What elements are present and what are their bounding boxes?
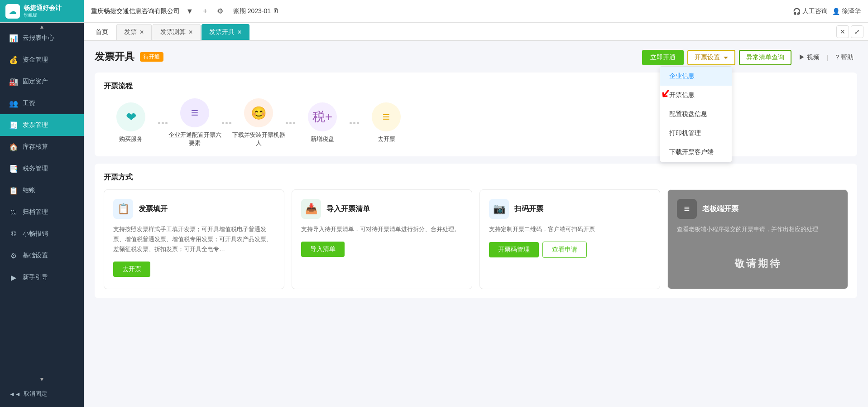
- flow-connector-1: [158, 122, 168, 124]
- flow-step-label-go-issue: 去开票: [378, 135, 395, 143]
- tab-close-invoice-test[interactable]: ✕: [188, 29, 193, 35]
- archive-mgmt-icon: 🗂: [9, 208, 18, 217]
- help-btn[interactable]: ? 帮助: [832, 51, 857, 64]
- flow-step-config-enterprise[interactable]: ≡ 企业开通配置开票六要素: [168, 98, 222, 147]
- play-icon: ▶: [799, 53, 805, 61]
- methods-section: 开票方式 📋 发票填开 支持按照发票样式手工填开发票；可开具增值税电子普通发票、…: [95, 164, 857, 298]
- close-window-btn[interactable]: ✕: [836, 25, 849, 38]
- flow-step-add-tax[interactable]: 税+ 新增税盘: [295, 102, 350, 143]
- tab-invoice-issue[interactable]: 发票开具✕: [201, 24, 249, 40]
- flow-step-icon-buy-service: ❤: [116, 102, 145, 131]
- sidebar-item-cloud-report[interactable]: 📊云报表中心: [0, 27, 84, 49]
- sidebar-item-tax-mgmt[interactable]: 📑税务管理: [0, 158, 84, 179]
- sidebar-item-fixed-assets[interactable]: 🏭固定资产: [0, 71, 84, 92]
- user-btn[interactable]: 👤 徐泽华: [832, 7, 861, 15]
- method-btn-fill-invoice[interactable]: 去开票: [113, 262, 150, 277]
- exception-btn[interactable]: 异常清单查询: [739, 50, 791, 65]
- video-btn[interactable]: ▶ 视频: [795, 51, 823, 64]
- sidebar-item-xiaochange-report[interactable]: ©小畅报销: [0, 223, 84, 245]
- dropdown-item-download-client[interactable]: 下载开票客户端: [660, 143, 732, 162]
- settings-dropdown-btn[interactable]: 开票设置: [687, 50, 735, 65]
- flow-step-download-robot[interactable]: 😊 下载并安装开票机器人: [231, 98, 286, 147]
- settings-btn[interactable]: ⚙: [215, 5, 225, 17]
- sidebar-item-payroll[interactable]: 👥工资: [0, 92, 84, 114]
- sidebar: ▲ 📊云报表中心💰资金管理🏭固定资产👥工资🧾发票管理🏠库存核算📑税务管理📋结账🗂…: [0, 23, 84, 407]
- sidebar-item-fund-mgmt[interactable]: 💰资金管理: [0, 49, 84, 71]
- tab-close-invoice-issue[interactable]: ✕: [237, 29, 242, 35]
- flow-step-label-download-robot: 下载并安装开票机器人: [231, 131, 286, 147]
- expand-window-btn[interactable]: ⤢: [851, 25, 863, 38]
- tab-invoice[interactable]: 发票✕: [116, 24, 152, 40]
- fixed-assets-icon: 🏭: [9, 77, 18, 86]
- flow-step-go-issue[interactable]: ≡ 去开票: [359, 102, 413, 143]
- dropdown-item-tax-config[interactable]: 配置税盘信息: [660, 105, 732, 124]
- method-buttons-scan-invoice: 开票码管理查看申请: [489, 242, 651, 258]
- method-desc-fill-invoice: 支持按照发票样式手工填开发票；可开具增值税电子普通发票、增值税普通发票、增值税专…: [113, 224, 275, 254]
- method-btn2-scan-invoice[interactable]: 查看申请: [542, 242, 587, 258]
- sidebar-scroll-up[interactable]: ▲: [0, 23, 84, 27]
- method-title-boss-invoice: 老板端开票: [702, 204, 739, 214]
- method-header-boss-invoice: ≡ 老板端开票: [677, 199, 839, 219]
- method-icon-fill-invoice: 📋: [113, 199, 133, 219]
- sidebar-item-basic-settings[interactable]: ⚙基础设置: [0, 245, 84, 266]
- unpin-icon: ◄◄: [9, 391, 21, 397]
- dropdown-item-company-info[interactable]: 企业信息: [660, 67, 732, 86]
- method-title-fill-invoice: 发票填开: [139, 204, 168, 214]
- cloud-report-icon: 📊: [9, 34, 18, 43]
- dropdown-arrow-icon: [724, 57, 728, 59]
- sidebar-item-archive-mgmt[interactable]: 🗂归档管理: [0, 201, 84, 223]
- method-buttons-import-list: 导入清单: [301, 242, 463, 257]
- method-desc-scan-invoice: 支持定制开票二维码，客户端可扫码开票: [489, 224, 651, 234]
- sidebar-item-new-guide[interactable]: ▶新手引导: [0, 266, 84, 288]
- method-card-boss-invoice: ≡ 老板端开票 查看老板端小程序提交的开票申请，并作出相应的处理 敬请期待: [667, 189, 848, 289]
- flow-connector-2: [222, 122, 231, 124]
- sidebar-scroll-down[interactable]: ▼: [0, 373, 84, 385]
- flow-step-label-add-tax: 新增税盘: [311, 135, 334, 143]
- tab-invoice-test[interactable]: 发票测算✕: [153, 24, 201, 40]
- method-header-fill-invoice: 📋 发票填开: [113, 199, 275, 219]
- method-title-import-list: 导入开票清单: [326, 204, 370, 214]
- method-desc-import-list: 支持导入待开票清单，可对待开票清单进行拆分、合并处理。: [301, 224, 463, 234]
- methods-section-title: 开票方式: [104, 173, 848, 182]
- logo-icon: ☁: [5, 4, 20, 19]
- action-bar: 立即开通 开票设置 异常清单查询 ▶ 视频 | ? 帮助: [642, 50, 857, 65]
- flow-connector-4: [350, 122, 359, 124]
- tab-home[interactable]: 首页: [88, 24, 115, 40]
- method-header-scan-invoice: 📷 扫码开票: [489, 199, 651, 219]
- consult-btn[interactable]: 🎧 人工咨询: [793, 7, 828, 15]
- tab-close-invoice[interactable]: ✕: [139, 29, 144, 35]
- avatar-icon: 👤: [832, 8, 840, 15]
- unpin-btn[interactable]: ◄◄ 取消固定: [0, 385, 84, 402]
- tab-bar: 首页发票✕发票测算✕发票开具✕ ✕ ⤢: [84, 23, 868, 41]
- company-dropdown-btn[interactable]: ▼: [184, 5, 195, 17]
- method-desc-boss-invoice: 查看老板端小程序提交的开票申请，并作出相应的处理: [677, 224, 839, 234]
- add-company-btn[interactable]: ＋: [200, 5, 211, 18]
- method-card-import-list: 📥 导入开票清单 支持导入待开票清单，可对待开票清单进行拆分、合并处理。 导入清…: [292, 189, 472, 289]
- payroll-icon: 👥: [9, 99, 18, 108]
- settlement-icon: 📋: [9, 186, 18, 195]
- sidebar-item-invoice-mgmt[interactable]: 🧾发票管理: [0, 114, 84, 136]
- dropdown-item-printer-mgmt[interactable]: 打印机管理: [660, 124, 732, 143]
- flow-step-label-config-enterprise: 企业开通配置开票六要素: [168, 131, 222, 147]
- logo-section: ☁ 畅捷通好会计 旗舰版: [0, 0, 84, 22]
- method-icon-boss-invoice: ≡: [677, 199, 697, 219]
- invoice-mgmt-icon: 🧾: [9, 121, 18, 130]
- flow-section: 开票流程 ❤ 购买服务 ≡ 企业开通配置开票六要素 😊 下载并安装开票机器人 税…: [95, 73, 857, 156]
- question-icon: ?: [835, 53, 839, 61]
- flow-step-buy-service[interactable]: ❤ 购买服务: [104, 102, 158, 143]
- content-area: 首页发票✕发票测算✕发票开具✕ ✕ ⤢ 发票开具 待开通 立即开通 开票设置 异…: [84, 23, 868, 407]
- logo-text-block: 畅捷通好会计 旗舰版: [24, 4, 62, 19]
- flow-step-icon-config-enterprise: ≡: [180, 98, 209, 127]
- sidebar-item-settlement[interactable]: 📋结账: [0, 179, 84, 201]
- logo-main: 畅捷通好会计: [24, 4, 62, 12]
- method-btn1-scan-invoice[interactable]: 开票码管理: [489, 242, 539, 257]
- method-icon-import-list: 📥: [301, 199, 321, 219]
- overlay-text: 敬请期待: [668, 257, 848, 271]
- sidebar-item-inventory[interactable]: 🏠库存核算: [0, 136, 84, 158]
- method-btn-import-list[interactable]: 导入清单: [301, 242, 345, 257]
- activate-btn[interactable]: 立即开通: [642, 50, 684, 65]
- company-name: 重庆畅捷交通信息咨询有限公司: [91, 7, 180, 15]
- flow-step-icon-add-tax: 税+: [308, 102, 337, 131]
- page-content: 发票开具 待开通 立即开通 开票设置 异常清单查询 ▶ 视频 | ? 帮助: [84, 41, 868, 407]
- dropdown-menu: 企业信息开票信息配置税盘信息打印机管理下载开票客户端: [660, 66, 732, 162]
